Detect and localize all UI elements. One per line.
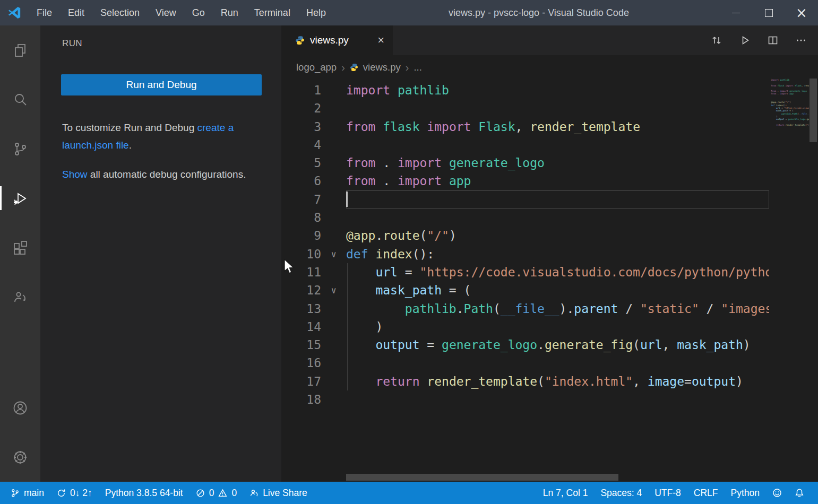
account-icon [12, 400, 28, 416]
search-icon [12, 92, 28, 108]
python-icon [350, 63, 358, 72]
indentation-item[interactable]: Spaces: 4 [594, 482, 648, 504]
menu-selection[interactable]: Selection [92, 0, 148, 25]
error-icon [196, 489, 205, 498]
menu-edit[interactable]: Edit [60, 0, 92, 25]
run-panel: RUN Run and Debug To customize Run and D… [40, 25, 281, 482]
encoding-item[interactable]: UTF-8 [648, 482, 687, 504]
activity-source-control[interactable] [0, 124, 40, 173]
show-link[interactable]: Show [62, 169, 88, 180]
customize-text: To customize Run and Debug create a laun… [62, 119, 266, 154]
tab-bar: views.py × [281, 25, 818, 55]
cursor-position-item[interactable]: Ln 7, Col 1 [537, 482, 595, 504]
live-share-icon [249, 489, 259, 498]
menu-terminal[interactable]: Terminal [246, 0, 298, 25]
split-editor-icon[interactable] [767, 34, 779, 47]
activity-explorer[interactable] [0, 25, 40, 75]
indentation-label: Spaces: 4 [600, 488, 642, 499]
breadcrumb-folder[interactable]: logo_app [296, 62, 337, 73]
run-and-debug-button[interactable]: Run and Debug [61, 74, 262, 95]
language-label: Python [731, 488, 760, 499]
sync-changes-item[interactable]: 0↓ 2↑ [50, 482, 99, 504]
notifications-item[interactable] [788, 482, 811, 504]
menu-go[interactable]: Go [184, 0, 213, 25]
tab-label: views.py [310, 34, 349, 46]
customize-text-post: . [129, 140, 132, 151]
editor-actions [710, 25, 807, 55]
eol-label: CRLF [694, 488, 718, 499]
show-configurations-text: Show all automatic debug configurations. [62, 166, 266, 184]
python-icon [295, 36, 305, 45]
activity-run-and-debug[interactable] [0, 173, 40, 223]
git-branch-item[interactable]: main [4, 482, 50, 504]
git-branch-icon [11, 489, 20, 498]
breadcrumb: logo_app › views.py › ... [281, 55, 818, 80]
line-numbers[interactable]: 123456789101112131415161718 [281, 81, 321, 409]
python-interpreter-item[interactable]: Python 3.8.5 64-bit [99, 482, 190, 504]
menu-view[interactable]: View [148, 0, 184, 25]
feedback-smiley-icon [772, 488, 782, 498]
activity-search[interactable] [0, 75, 40, 124]
chevron-right-icon: › [341, 62, 345, 74]
run-panel-title: RUN [62, 38, 82, 49]
minimize-icon [732, 13, 740, 13]
menu-file[interactable]: File [29, 0, 60, 25]
tab-close-icon[interactable]: × [377, 34, 384, 46]
minimap[interactable]: import pathlibfrom flask import Flask, r… [771, 79, 809, 147]
extensions-icon [12, 240, 28, 256]
eol-item[interactable]: CRLF [687, 482, 725, 504]
chevron-right-icon: › [406, 62, 409, 74]
open-changes-icon[interactable] [710, 34, 723, 47]
show-text-post: all automatic debug configurations. [88, 169, 246, 180]
maximize-button[interactable] [752, 0, 785, 25]
encoding-label: UTF-8 [655, 488, 681, 499]
customize-text-pre: To customize Run and Debug [62, 122, 197, 133]
run-debug-icon [12, 190, 28, 206]
live-share-icon [12, 289, 28, 305]
title-bar: File Edit Selection View Go Run Terminal… [0, 0, 818, 25]
error-count: 0 [209, 488, 214, 499]
menu-help[interactable]: Help [298, 0, 334, 25]
language-mode-item[interactable]: Python [725, 482, 766, 504]
source-control-icon [12, 141, 28, 157]
problems-item[interactable]: 0 0 [190, 482, 243, 504]
window-title: views.py - pvscc-logo - Visual Studio Co… [406, 0, 671, 25]
activity-live-share[interactable] [0, 272, 40, 321]
status-bar: main 0↓ 2↑ Python 3.8.5 64-bit 0 0 [0, 482, 818, 504]
activity-extensions[interactable] [0, 223, 40, 272]
vertical-scrollbar-thumb[interactable] [810, 79, 817, 142]
activity-account[interactable] [0, 383, 40, 432]
bell-icon [795, 488, 804, 498]
menu-bar: File Edit Selection View Go Run Terminal… [29, 0, 334, 25]
live-share-item[interactable]: Live Share [243, 482, 314, 504]
branch-name: main [24, 488, 44, 499]
activity-settings[interactable] [0, 432, 40, 482]
run-python-file-icon[interactable] [738, 34, 751, 47]
text-cursor [346, 192, 348, 207]
activity-bar [0, 25, 40, 482]
breadcrumb-symbols[interactable]: ... [414, 62, 421, 73]
cursor-position-label: Ln 7, Col 1 [543, 488, 588, 499]
fold-indicators[interactable]: ∨∨ [321, 81, 346, 409]
explorer-icon [12, 42, 28, 58]
code-lines[interactable]: import pathlibfrom flask import Flask, r… [346, 81, 769, 409]
interpreter-label: Python 3.8.5 64-bit [105, 488, 183, 499]
maximize-icon [765, 9, 773, 17]
sync-icon [57, 489, 66, 498]
more-actions-icon[interactable] [795, 34, 807, 47]
editor-group: views.py × logo_app › view [281, 25, 818, 482]
window-controls: × [719, 0, 818, 25]
tab-views-py[interactable]: views.py × [281, 25, 393, 55]
settings-gear-icon [12, 449, 28, 465]
breadcrumb-file[interactable]: views.py [363, 62, 401, 73]
menu-run[interactable]: Run [213, 0, 246, 25]
vscode-logo-icon [0, 6, 29, 20]
horizontal-scrollbar-thumb[interactable] [346, 474, 618, 481]
live-share-label: Live Share [263, 488, 307, 499]
close-button[interactable]: × [785, 0, 818, 25]
minimap-content: import pathlibfrom flask import Flask, r… [771, 79, 809, 129]
warning-count: 0 [231, 488, 237, 499]
feedback-item[interactable] [766, 482, 788, 504]
minimize-button[interactable] [719, 0, 752, 25]
sync-counts: 0↓ 2↑ [70, 488, 92, 499]
